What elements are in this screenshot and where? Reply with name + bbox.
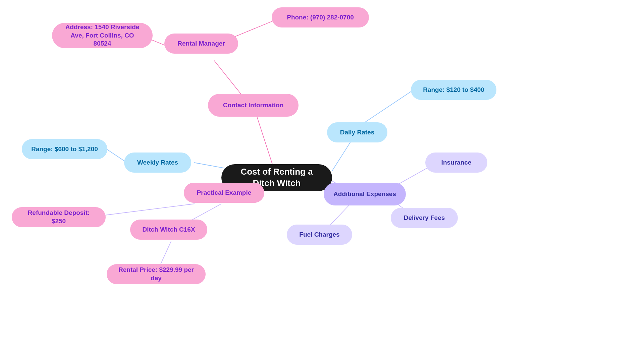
fuel-charges-node: Fuel Charges: [287, 225, 352, 245]
svg-line-7: [362, 90, 413, 124]
additional-expenses-node: Additional Expenses: [324, 183, 406, 205]
phone-node: Phone: (970) 282-0700: [272, 7, 369, 27]
daily-rates-node: Daily Rates: [327, 122, 387, 142]
svg-line-1: [214, 60, 241, 94]
practical-example-node: Practical Example: [184, 183, 264, 203]
refundable-deposit-node: Refundable Deposit: $250: [12, 207, 106, 227]
daily-range-node: Range: $120 to $400: [411, 80, 496, 100]
insurance-node: Insurance: [425, 153, 487, 173]
rental-price-node: Rental Price: $229.99 per day: [107, 264, 206, 284]
address-node: Address: 1540 Riverside Ave, Fort Collin…: [52, 23, 153, 48]
ditch-witch-c16x-node: Ditch Witch C16X: [130, 220, 207, 240]
svg-line-5: [107, 149, 127, 163]
svg-line-13: [190, 204, 221, 221]
contact-information-node: Contact Information: [208, 94, 299, 117]
svg-line-14: [160, 241, 171, 265]
weekly-rates-node: Weekly Rates: [124, 153, 191, 173]
weekly-range-node: Range: $600 to $1,200: [22, 139, 107, 159]
rental-manager-node: Rental Manager: [164, 34, 238, 54]
delivery-fees-node: Delivery Fees: [391, 208, 458, 228]
